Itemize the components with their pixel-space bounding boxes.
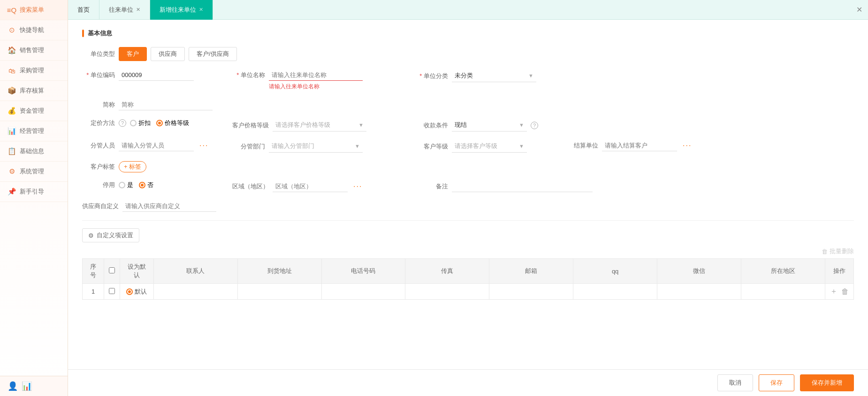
tab-close-add-partner[interactable]: ✕ xyxy=(199,7,203,13)
region-row-input[interactable] xyxy=(746,288,820,295)
col-qq: qq xyxy=(573,259,657,284)
manager-more-btn[interactable]: ··· xyxy=(198,141,210,150)
sidebar-item-operations[interactable]: 📊 经营管理 xyxy=(0,121,68,141)
remark-input[interactable] xyxy=(452,181,593,192)
unit-code-input[interactable]: 000009 xyxy=(119,70,194,81)
payment-terms-select[interactable]: 现结 ▼ xyxy=(452,119,527,132)
customer-price-level-select[interactable]: 请选择客户价格等级 ▼ xyxy=(273,119,366,132)
region-input[interactable] xyxy=(273,181,348,192)
tab-home[interactable]: 首页 xyxy=(68,0,99,20)
save-button[interactable]: 保存 xyxy=(759,374,794,391)
batch-delete-button[interactable]: 🗑 批量删除 xyxy=(82,247,854,256)
email-input[interactable] xyxy=(494,288,568,295)
sales-icon: 🏠 xyxy=(8,46,16,54)
sidebar-item-label: 搜索菜单 xyxy=(20,6,44,14)
tab-partner-list[interactable]: 往来单位 ✕ xyxy=(99,0,150,20)
user-icon: 👤 xyxy=(8,381,18,391)
pricing-help-icon[interactable]: ? xyxy=(119,119,126,127)
disabled-yes-label: 是 xyxy=(127,181,133,189)
contact-input[interactable] xyxy=(159,288,233,295)
settlement-unit-input[interactable] xyxy=(602,140,677,151)
unit-category-select[interactable]: 未分类 ▼ xyxy=(452,70,536,82)
radio-circle-level xyxy=(156,120,163,126)
tab-label: 新增往来单位 xyxy=(160,6,196,14)
unit-type-buttons: 客户 供应商 客户/供应商 xyxy=(119,47,237,61)
col-action: 操作 xyxy=(825,259,853,284)
chevron-down-icon: ▼ xyxy=(355,143,360,149)
inventory-icon: 📦 xyxy=(8,86,16,95)
add-row-button[interactable]: ＋ xyxy=(830,287,838,296)
pricing-method-label: 定价方法 xyxy=(82,119,115,127)
short-name-label: 简称 xyxy=(82,101,115,109)
row-region xyxy=(741,284,825,300)
unit-btn-supplier[interactable]: 供应商 xyxy=(151,47,185,61)
sidebar-item-purchase[interactable]: 🛍 采购管理 xyxy=(0,61,68,81)
department-select[interactable]: 请输入分管部门 ▼ xyxy=(269,140,363,153)
custom-settings-button[interactable]: ⚙ 自定义项设置 xyxy=(82,228,139,242)
row-qq xyxy=(573,284,657,300)
sidebar-item-search[interactable]: ≡Q 搜索菜单 xyxy=(0,0,68,20)
region-more-btn[interactable]: ··· xyxy=(351,182,364,191)
short-name-input[interactable] xyxy=(119,99,213,110)
region-field: 区域（地区） ··· xyxy=(232,181,396,192)
save-new-button[interactable]: 保存并新增 xyxy=(800,374,854,391)
col-seq: 序号 xyxy=(83,259,104,284)
settlement-more-btn[interactable]: ··· xyxy=(681,141,693,150)
row-address xyxy=(237,284,321,300)
col-wechat: 微信 xyxy=(657,259,741,284)
phone-input[interactable] xyxy=(327,288,401,295)
qq-input[interactable] xyxy=(578,288,652,295)
payment-help-icon[interactable]: ? xyxy=(531,122,538,129)
tab-label: 往来单位 xyxy=(109,6,133,14)
sidebar-item-system[interactable]: ⚙ 系统管理 xyxy=(0,162,68,182)
remark-field: 备注 xyxy=(415,181,593,192)
address-input[interactable] xyxy=(243,288,317,295)
row-checkbox[interactable] xyxy=(109,288,115,294)
sidebar-bottom: 👤 📊 xyxy=(0,376,68,396)
radio-circle-discount xyxy=(130,120,137,126)
row-default-radio[interactable] xyxy=(126,288,133,295)
sidebar-item-basic-info[interactable]: 📋 基础信息 xyxy=(0,141,68,162)
chevron-down-icon: ▼ xyxy=(519,143,524,149)
sidebar-item-sales[interactable]: 🏠 销售管理 xyxy=(0,40,68,61)
fax-input[interactable] xyxy=(410,288,484,295)
close-all-tabs-button[interactable]: ✕ xyxy=(856,5,862,14)
select-all-checkbox[interactable] xyxy=(109,267,115,273)
supplier-custom-input[interactable] xyxy=(122,201,216,212)
sidebar-item-inventory[interactable]: 📦 库存核算 xyxy=(0,81,68,101)
customer-level-placeholder: 请选择客户等级 xyxy=(455,142,497,150)
department-field: 分管部门 请输入分管部门 ▼ xyxy=(232,140,396,153)
home-icon: ⊙ xyxy=(8,26,16,34)
pricing-radio-discount[interactable]: 折扣 xyxy=(130,119,151,127)
tag-row: 客户标签 + 标签 xyxy=(82,161,854,172)
wechat-input[interactable] xyxy=(662,288,736,295)
customer-price-level-placeholder: 请选择客户价格等级 xyxy=(275,121,330,129)
manager-input[interactable] xyxy=(119,140,194,151)
disabled-no[interactable]: 否 xyxy=(139,181,153,189)
sidebar-item-quick-nav[interactable]: ⊙ 快捷导航 xyxy=(0,20,68,40)
batch-delete-label: 批量删除 xyxy=(830,247,854,256)
supplier-custom-row: 供应商自定义 xyxy=(82,201,854,212)
tab-close-partner[interactable]: ✕ xyxy=(136,7,140,13)
pricing-radio-level[interactable]: 价格等级 xyxy=(156,119,189,127)
unit-name-input[interactable] xyxy=(269,70,363,81)
unit-btn-customer[interactable]: 客户 xyxy=(119,47,147,61)
unit-btn-both[interactable]: 客户/供应商 xyxy=(189,47,237,61)
sidebar-item-label: 系统管理 xyxy=(20,167,44,176)
customer-level-select[interactable]: 请选择客户等级 ▼ xyxy=(452,140,527,153)
delete-row-button[interactable]: 🗑 xyxy=(841,287,849,296)
unit-category-label: 单位分类 xyxy=(415,72,448,80)
cancel-button[interactable]: 取消 xyxy=(717,374,753,391)
unit-type-row: 单位类型 客户 供应商 客户/供应商 xyxy=(82,47,854,61)
row-phone xyxy=(321,284,405,300)
unit-name-field: 单位名称 请输入往来单位名称 xyxy=(232,70,396,91)
supplier-custom-field: 供应商自定义 xyxy=(82,201,216,212)
supplier-custom-label: 供应商自定义 xyxy=(82,202,119,210)
add-tag-button[interactable]: + 标签 xyxy=(119,161,146,172)
tab-add-partner[interactable]: 新增往来单位 ✕ xyxy=(150,0,213,20)
settings-icon: ⚙ xyxy=(88,232,94,239)
finance-icon: 💰 xyxy=(8,107,16,115)
sidebar-item-guide[interactable]: 📌 新手引导 xyxy=(0,182,68,202)
disabled-yes[interactable]: 是 xyxy=(119,181,133,189)
sidebar-item-finance[interactable]: 💰 资金管理 xyxy=(0,101,68,121)
